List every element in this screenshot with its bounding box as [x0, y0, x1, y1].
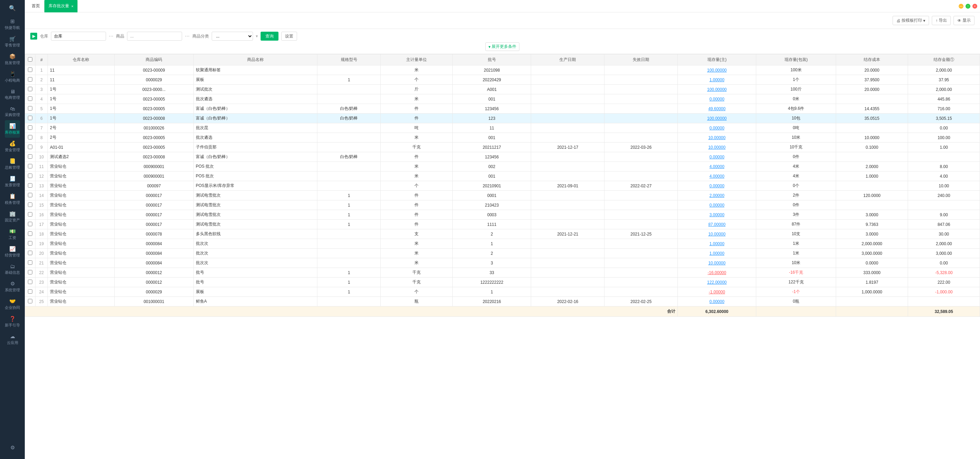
sidebar-item-small-ecom[interactable]: 📱小程电商 — [5, 68, 20, 86]
row-qty-main[interactable]: -1.00000 — [678, 287, 756, 297]
row-checkbox[interactable] — [28, 87, 32, 91]
row-checkbox[interactable] — [28, 202, 32, 207]
row-checkbox[interactable] — [28, 251, 32, 255]
row-qty-main[interactable]: 1.00000 — [678, 239, 756, 249]
row-product-name: 软聚通用标签 — [194, 65, 317, 75]
export-button[interactable]: ↑ 导出 — [932, 16, 951, 25]
row-checkbox[interactable] — [28, 212, 32, 217]
row-checkbox[interactable] — [28, 241, 32, 245]
select-all-checkbox[interactable] — [28, 57, 32, 62]
table-row: 6 1号 0023-00008 富诚（白色/奶棒） 白色/奶棒 件 123 10… — [25, 114, 980, 123]
search-button[interactable]: 查询 — [261, 32, 278, 41]
print-button[interactable]: 🖨 按模板打印 ▾ — [892, 16, 929, 25]
row-qty-main[interactable]: 0.00000 — [678, 181, 756, 191]
row-checkbox[interactable] — [28, 174, 32, 178]
settings-button[interactable]: 设置 — [281, 32, 297, 41]
row-qty-main[interactable]: 100.00000 — [678, 85, 756, 94]
product-input[interactable] — [127, 32, 182, 41]
sidebar-item-tax[interactable]: 📋税务管理 — [5, 190, 20, 208]
row-qty-main[interactable]: 1.00000 — [678, 249, 756, 258]
row-checkbox[interactable] — [28, 289, 32, 294]
row-qty-main[interactable]: 100.00000 — [678, 114, 756, 123]
sidebar-label-cloud: 云应用 — [7, 340, 18, 345]
sidebar-item-settings[interactable]: ⚙ — [0, 442, 25, 454]
row-checkbox[interactable] — [28, 183, 32, 188]
row-checkbox[interactable] — [28, 96, 32, 101]
row-qty-main[interactable]: 10.00000 — [678, 230, 756, 239]
row-qty-main[interactable]: 0.00000 — [678, 297, 756, 306]
row-product-code: 0023-00008 — [114, 152, 194, 162]
row-qty-main[interactable]: 0.00000 — [678, 123, 756, 133]
sidebar-item-asset[interactable]: 🏢固定资产 — [5, 208, 20, 226]
row-qty-main[interactable]: 4.00000 — [678, 162, 756, 172]
row-qty-main[interactable]: 1.00000 — [678, 75, 756, 85]
nav-prev-btn[interactable]: ▶ — [30, 33, 37, 40]
row-checkbox[interactable] — [28, 270, 32, 274]
sidebar-item-ecom[interactable]: 🖥电商管理 — [5, 86, 20, 103]
tab-close-icon[interactable]: × — [71, 4, 73, 8]
sidebar-item-hr[interactable]: 💵工资 — [5, 226, 20, 243]
row-checkbox[interactable] — [28, 77, 32, 81]
row-unit: 米 — [381, 162, 453, 172]
row-prod-date — [531, 277, 605, 287]
row-checkbox[interactable] — [28, 280, 32, 284]
row-num: 3 — [35, 85, 48, 94]
sidebar-item-guide[interactable]: ❓新手引导 — [5, 313, 20, 331]
row-checkbox[interactable] — [28, 193, 32, 197]
sidebar-item-invoice[interactable]: 🧾发票管理 — [5, 173, 20, 190]
row-checkbox[interactable] — [28, 299, 32, 303]
row-checkbox[interactable] — [28, 67, 32, 72]
row-checkbox-cell — [25, 94, 35, 104]
display-button[interactable]: 👁 显示 — [953, 16, 975, 25]
row-qty-main[interactable]: 0.00000 — [678, 152, 756, 162]
row-checkbox[interactable] — [28, 106, 32, 110]
row-prod-date — [531, 152, 605, 162]
row-qty-main[interactable]: 0.00000 — [678, 94, 756, 104]
sidebar-item-inventory[interactable]: 📊库存核算 — [5, 120, 20, 138]
sidebar-search[interactable]: 🔍 — [0, 3, 25, 14]
row-checkbox[interactable] — [28, 154, 32, 159]
sidebar-item-mgmt[interactable]: 📈经营管理 — [5, 243, 20, 261]
row-qty-main[interactable]: 49.60000 — [678, 104, 756, 114]
category-select[interactable]: ... — [212, 32, 253, 41]
window-minimize-btn[interactable]: — — [959, 4, 964, 9]
sidebar-item-sales[interactable]: 🛒零售管理 — [5, 33, 20, 51]
sidebar-item-cloud[interactable]: ☁云应用 — [5, 331, 20, 348]
tab-inventory-batch[interactable]: 库存批次量 × — [45, 0, 78, 13]
row-qty-main[interactable]: 3.00000 — [678, 210, 756, 220]
row-checkbox[interactable] — [28, 260, 32, 265]
row-qty-main[interactable]: -16.00000 — [678, 268, 756, 277]
row-checkbox[interactable] — [28, 222, 32, 226]
row-checkbox[interactable] — [28, 116, 32, 120]
window-maximize-btn[interactable]: □ — [966, 4, 970, 9]
row-qty-main[interactable]: 4.00000 — [678, 172, 756, 181]
row-unit: 个 — [381, 75, 453, 85]
warehouse-input[interactable] — [51, 32, 106, 41]
sidebar-item-base[interactable]: 🗂基础信息 — [5, 261, 20, 278]
row-checkbox[interactable] — [28, 125, 32, 130]
row-checkbox[interactable] — [28, 135, 32, 139]
sidebar-item-finance[interactable]: 💰资金管理 — [5, 138, 20, 155]
window-close-btn[interactable]: × — [972, 4, 977, 9]
table-row: 4 1号 0023-00005 批次遴选 米 001 0.00000 0米 44… — [25, 94, 980, 104]
row-checkbox[interactable] — [28, 145, 32, 149]
expand-conditions-btn[interactable]: ▾ 展开更多条件 — [485, 42, 519, 51]
row-qty-main[interactable]: 10.00000 — [678, 133, 756, 143]
row-warehouse: 营业钻仓 — [48, 287, 115, 297]
row-qty-main[interactable]: 122.00000 — [678, 277, 756, 287]
row-qty-main[interactable]: 0.00000 — [678, 201, 756, 210]
sidebar-item-general[interactable]: 📒总账管理 — [5, 155, 20, 173]
sidebar-item-corp[interactable]: 🤝企业协同 — [5, 295, 20, 313]
row-checkbox[interactable] — [28, 231, 32, 236]
row-qty-main[interactable]: 100.00000 — [678, 65, 756, 75]
sidebar-item-quick-nav[interactable]: ⊞快捷导航 — [5, 16, 20, 33]
tab-home[interactable]: 首页 — [27, 0, 45, 13]
row-qty-main[interactable]: 87.00000 — [678, 220, 756, 230]
row-checkbox[interactable] — [28, 164, 32, 168]
sidebar-item-purchase[interactable]: 🛍采购管理 — [5, 103, 20, 120]
row-qty-main[interactable]: 10.00000 — [678, 143, 756, 152]
sidebar-item-system[interactable]: ⚙系统管理 — [5, 278, 20, 295]
row-qty-main[interactable]: 10.00000 — [678, 258, 756, 268]
sidebar-item-wholesale[interactable]: 📦批发管理 — [5, 51, 20, 68]
row-qty-main[interactable]: 2.00000 — [678, 191, 756, 201]
